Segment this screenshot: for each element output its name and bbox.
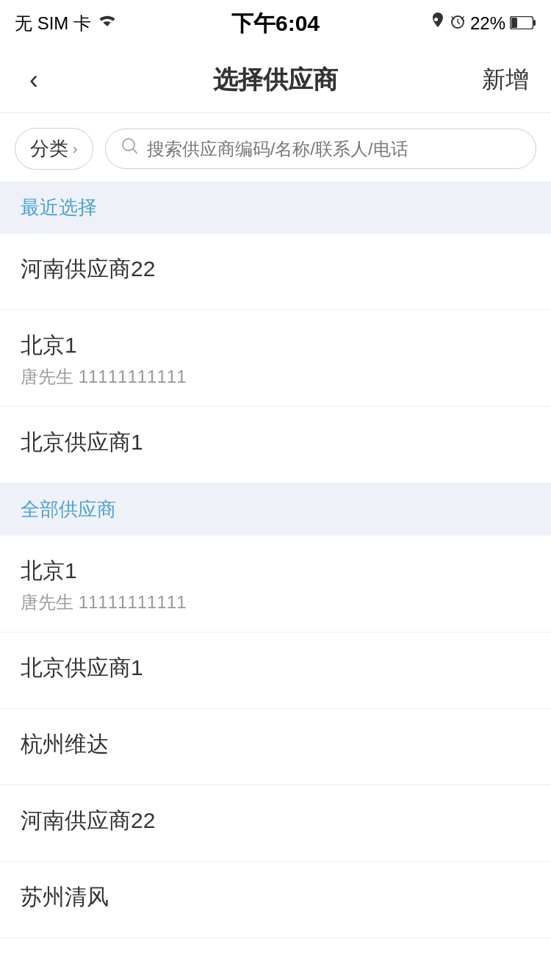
- svg-rect-3: [533, 20, 536, 26]
- list-item[interactable]: 北京供应商1: [0, 407, 551, 483]
- supplier-name: 河南供应商22: [21, 254, 530, 284]
- list-item[interactable]: 苏州清风: [0, 862, 551, 938]
- supplier-name: 杭州维达: [21, 729, 530, 760]
- supplier-name: 苏州清风: [21, 882, 530, 912]
- recent-items-list: 河南供应商22北京1唐先生 11111111111北京供应商1: [0, 234, 551, 483]
- supplier-name: 北京1: [21, 331, 530, 361]
- location-icon: [431, 12, 445, 35]
- page-title: 选择供应商: [213, 63, 338, 97]
- status-bar: 无 SIM 卡 下午6:04 22%: [0, 0, 551, 47]
- supplier-name: 河南供应商22: [21, 806, 530, 836]
- recent-section-label: 最近选择: [21, 196, 97, 218]
- svg-rect-2: [511, 18, 517, 28]
- search-icon: [120, 137, 140, 161]
- search-bar: [105, 129, 536, 169]
- wifi-icon: [97, 13, 118, 34]
- supplier-name: 北京供应商1: [21, 653, 530, 683]
- supplier-name: 北京供应商1: [21, 428, 530, 458]
- all-section-label: 全部供应商: [21, 498, 116, 520]
- list-item[interactable]: 杭州维达: [0, 709, 551, 785]
- chevron-right-icon: ›: [73, 140, 78, 157]
- supplier-contact: 唐先生 11111111111: [21, 365, 530, 389]
- supplier-contact: 唐先生 11111111111: [21, 591, 530, 614]
- all-section-header: 全部供应商: [0, 483, 551, 536]
- recent-section-header: 最近选择: [0, 181, 551, 234]
- status-right: 22%: [431, 12, 536, 35]
- status-time: 下午6:04: [231, 9, 320, 39]
- list-item[interactable]: 河南供应商22: [0, 234, 551, 310]
- category-label: 分类: [30, 136, 68, 162]
- list-item[interactable]: 北京1唐先生 11111111111: [0, 536, 551, 633]
- category-filter-button[interactable]: 分类 ›: [15, 128, 93, 170]
- back-button[interactable]: ‹: [22, 57, 46, 103]
- list-item[interactable]: 北京供应商1: [0, 633, 551, 709]
- battery-level: 22%: [470, 13, 505, 34]
- new-action-button[interactable]: 新增: [482, 64, 529, 96]
- battery-icon: [510, 13, 536, 34]
- list-item[interactable]: 河南供应商22: [0, 785, 551, 862]
- list-item[interactable]: 北京1唐先生 11111111111: [0, 310, 551, 407]
- alarm-icon: [450, 13, 466, 34]
- filter-bar: 分类 ›: [0, 113, 551, 181]
- status-left: 无 SIM 卡: [15, 12, 123, 35]
- all-items-list: 北京1唐先生 11111111111北京供应商1杭州维达河南供应商22苏州清风: [0, 536, 551, 938]
- carrier-text: 无 SIM 卡: [15, 12, 91, 35]
- nav-bar: ‹ 选择供应商 新增: [0, 47, 551, 113]
- supplier-name: 北京1: [21, 556, 530, 586]
- search-input[interactable]: [147, 139, 521, 159]
